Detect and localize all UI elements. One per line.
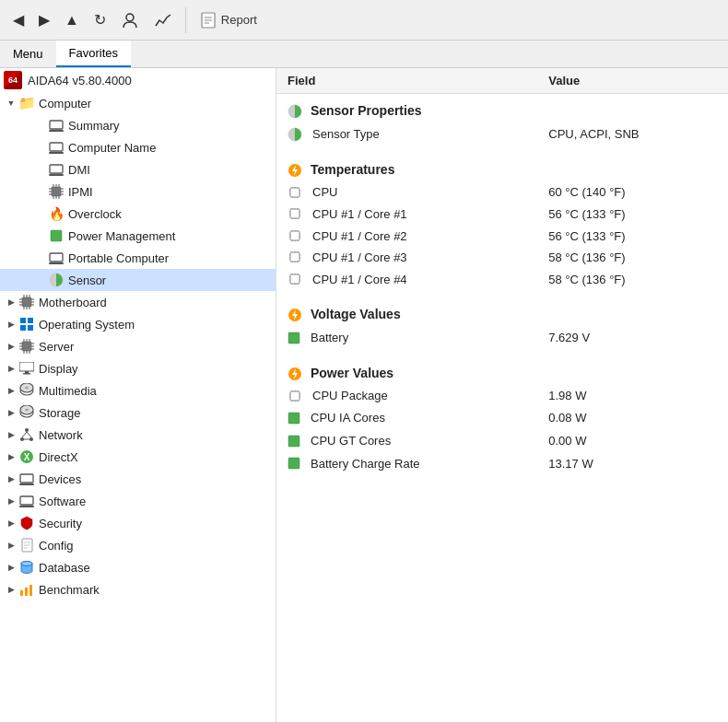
section-spacer [276, 146, 728, 153]
sidebar-item-directx[interactable]: ▶XDirectX [0, 446, 276, 468]
tree-label-overclock: Overclock [68, 207, 122, 221]
svg-rect-7 [50, 143, 63, 151]
toolbar: ◀ ▶ ▲ ↻ Report [0, 0, 728, 41]
svg-rect-60 [23, 373, 30, 375]
row-icon [288, 250, 307, 265]
table-row: CPU Package 1.98 W [276, 385, 728, 407]
tree-icon-network [18, 426, 35, 443]
up-button[interactable]: ▲ [59, 8, 85, 32]
table-header: Field Value [276, 68, 728, 94]
svg-rect-44 [28, 325, 33, 331]
sidebar-item-portable-computer[interactable]: Portable Computer [0, 247, 276, 269]
sidebar-item-power-management[interactable]: Power Management [0, 225, 276, 247]
sidebar-item-security[interactable]: ▶Security [0, 512, 276, 534]
tree-toggle-computer: ▼ [4, 96, 18, 111]
svg-text:X: X [24, 452, 30, 462]
svg-rect-8 [49, 152, 64, 154]
field-cell: Sensor Type [276, 122, 537, 146]
refresh-button[interactable]: ↻ [88, 7, 112, 32]
forward-button[interactable]: ▶ [33, 7, 55, 32]
sidebar-item-server[interactable]: ▶Server [0, 335, 276, 357]
tree-toggle-devices: ▶ [4, 472, 18, 486]
app-icon: 64 [4, 71, 22, 89]
tree-label-security: Security [39, 517, 82, 530]
tree-toggle-storage: ▶ [4, 405, 18, 420]
sidebar-item-summary[interactable]: Summary [0, 114, 276, 136]
row-icon [288, 456, 305, 472]
field-cell: CPU IA Cores [276, 407, 537, 430]
sidebar-item-ipmi[interactable]: IPMI [0, 180, 276, 203]
tree-label-power-management: Power Management [68, 229, 175, 243]
section-header-temperatures: Temperatures [276, 153, 728, 181]
sidebar-item-dmi[interactable]: DMI [0, 158, 276, 180]
tree-label-database: Database [39, 561, 90, 575]
tree-icon-disk [18, 404, 35, 421]
svg-point-0 [126, 14, 134, 21]
svg-rect-164 [288, 436, 299, 447]
tree-label-computer-name: Computer Name [68, 141, 156, 155]
svg-rect-149 [288, 332, 299, 344]
value-cell: 58 °C (136 °F) [537, 247, 728, 269]
app-title: AIDA64 v5.80.4000 [28, 74, 132, 87]
sidebar-item-computer-name[interactable]: Computer Name [0, 136, 276, 158]
toolbar-separator [185, 7, 186, 33]
sidebar-item-motherboard[interactable]: ▶Motherboard [0, 291, 276, 313]
back-button[interactable]: ◀ [7, 7, 29, 32]
tree-toggle-database: ▶ [4, 560, 18, 575]
value-cell: 58 °C (136 °F) [537, 268, 728, 290]
field-label: CPU IA Cores [311, 411, 385, 425]
sidebar-item-software[interactable]: ▶Software [0, 490, 276, 512]
menu-item[interactable]: Menu [0, 41, 56, 67]
tree-label-server: Server [39, 340, 74, 354]
sidebar-item-storage[interactable]: ▶Storage [0, 402, 276, 424]
svg-rect-24 [51, 230, 62, 241]
field-cell: Battery [276, 326, 537, 349]
sidebar-item-overclock[interactable]: 🔥Overclock [0, 203, 276, 225]
section-title-power-values: Power Values [311, 366, 393, 380]
sidebar-item-multimedia[interactable]: ▶Multimedia [0, 379, 276, 402]
sidebar-item-config[interactable]: ▶Config [0, 534, 276, 556]
svg-rect-58 [19, 362, 34, 371]
sidebar-item-sensor[interactable]: Sensor [0, 269, 276, 291]
svg-rect-28 [22, 297, 31, 307]
sidebar-item-benchmark[interactable]: ▶Benchmark [0, 578, 276, 600]
row-icon [288, 228, 307, 243]
tree-label-display: Display [39, 362, 78, 376]
svg-point-67 [25, 428, 29, 432]
tree-icon-chip [48, 183, 65, 200]
svg-rect-10 [49, 174, 64, 176]
svg-rect-163 [288, 413, 299, 424]
favorites-item[interactable]: Favorites [56, 41, 131, 67]
sidebar-item-devices[interactable]: ▶Devices [0, 468, 276, 490]
tree-label-summary: Summary [68, 119, 120, 133]
col-value: Value [537, 68, 728, 94]
svg-point-63 [25, 387, 29, 390]
section-icon-power-values [288, 366, 307, 380]
user-button[interactable] [115, 7, 145, 33]
tree-icon-benchmark [18, 581, 35, 598]
report-button[interactable]: Report [194, 8, 264, 32]
row-icon [288, 330, 305, 345]
tree-icon-chip [18, 338, 35, 355]
table-row: CPU #1 / Core #2 56 °C (133 °F) [276, 225, 728, 247]
field-cell: Battery Charge Rate [276, 452, 537, 475]
sidebar-item-display[interactable]: ▶Display [0, 357, 276, 379]
chart-button[interactable] [148, 7, 178, 33]
section-icon-sensor-properties [288, 103, 307, 118]
sidebar-item-operating-system[interactable]: ▶Operating System [0, 313, 276, 335]
tree-icon-sensor [48, 272, 65, 288]
sidebar-item-database[interactable]: ▶Database [0, 556, 276, 578]
tree-label-network: Network [39, 428, 83, 442]
table-row: Battery Charge Rate 13.17 W [276, 452, 728, 475]
table-row: CPU #1 / Core #1 56 °C (133 °F) [276, 204, 728, 226]
tree-icon-fire: 🔥 [48, 205, 65, 222]
svg-rect-75 [20, 474, 33, 483]
svg-rect-152 [290, 391, 299, 401]
section-spacer [276, 349, 728, 356]
value-cell: 56 °C (133 °F) [537, 225, 728, 247]
section-header-voltage-values: Voltage Values [276, 297, 728, 326]
field-label: Battery Charge Rate [311, 457, 420, 471]
sidebar-item-network[interactable]: ▶Network [0, 424, 276, 446]
section-title-voltage-values: Voltage Values [311, 307, 401, 321]
sidebar-item-computer[interactable]: ▼📁Computer [0, 92, 276, 114]
